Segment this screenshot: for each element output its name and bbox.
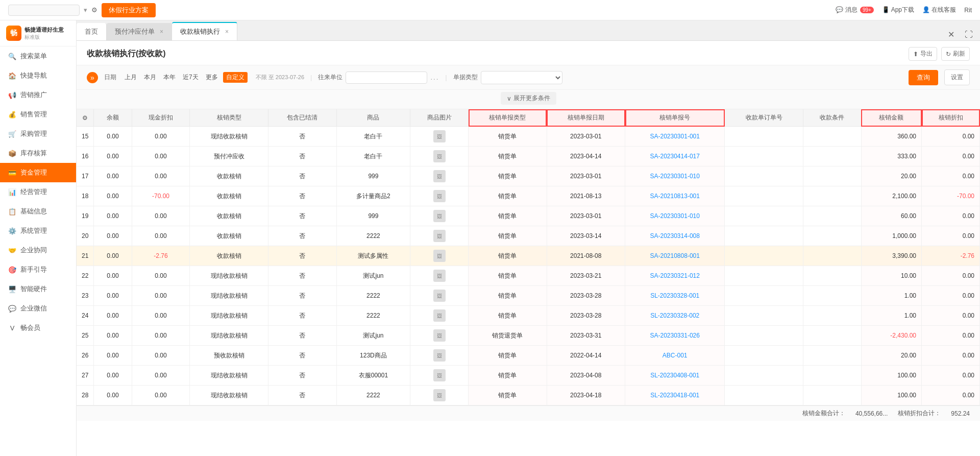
bill-no-link[interactable]: SA-20230314-008 bbox=[650, 232, 699, 239]
cell-bill-no[interactable]: SA-20230301-010 bbox=[625, 206, 725, 226]
brand-input[interactable] bbox=[8, 5, 80, 16]
col-header-cancel-type: 核销类型 bbox=[190, 109, 268, 127]
bill-no-link[interactable]: SA-20230321-012 bbox=[650, 272, 699, 279]
bill-no-link[interactable]: SA-20230301-010 bbox=[650, 212, 699, 220]
counterpart-dots[interactable]: ... bbox=[430, 74, 439, 81]
date-option-this-year[interactable]: 本年 bbox=[161, 72, 178, 83]
app-download-link[interactable]: 📱 App下载 bbox=[882, 6, 914, 14]
cell-product-image: 🖼 bbox=[410, 366, 469, 386]
cell-bill-no[interactable]: SA-20230331-026 bbox=[625, 326, 725, 346]
cell-bill-no[interactable]: SL-20230328-002 bbox=[625, 306, 725, 326]
date-option-last-month[interactable]: 上月 bbox=[122, 72, 139, 83]
col-header-cash-discount: 现金折扣 bbox=[132, 109, 190, 127]
maximize-btn[interactable]: ⛶ bbox=[962, 29, 976, 40]
cell-bill-date: 2023-04-08 bbox=[547, 366, 625, 386]
tab-prepay[interactable]: 预付冲应付单 × bbox=[107, 23, 172, 40]
cell-cancel-amount: 10.00 bbox=[861, 266, 921, 286]
bill-no-link[interactable]: SL-20230328-002 bbox=[650, 312, 699, 319]
col-header-balance: 余额 bbox=[94, 109, 132, 127]
sidebar-item-quick-nav[interactable]: 🏠快捷导航 bbox=[0, 66, 76, 85]
close-tab-btn[interactable]: ✕ bbox=[945, 29, 958, 40]
cell-bill-no[interactable]: SA-20230414-017 bbox=[625, 147, 725, 166]
online-service-link[interactable]: 👤 在线客服 bbox=[922, 6, 956, 14]
cell-cancel-discount: 0.00 bbox=[922, 386, 980, 405]
sidebar-item-inventory[interactable]: 📦库存核算 bbox=[0, 143, 76, 163]
bill-no-link[interactable]: SL-20230408-001 bbox=[650, 372, 699, 379]
bill-no-link[interactable]: SL-20230328-001 bbox=[650, 292, 699, 299]
table-row: 27 0.00 0.00 现结收款核销 否 衣服00001 🖼 销货单 2023… bbox=[77, 366, 980, 386]
sidebar-item-business[interactable]: 📊经营管理 bbox=[0, 182, 76, 202]
gear-icon[interactable]: ⚙ bbox=[91, 6, 97, 14]
industry-btn[interactable]: 休假行业方案 bbox=[102, 3, 156, 17]
order-type-select[interactable] bbox=[481, 71, 562, 84]
bill-no-link[interactable]: SL-20230418-001 bbox=[650, 392, 699, 399]
cell-cancel-discount: 0.00 bbox=[922, 346, 980, 366]
cell-bill-no[interactable]: SA-20230314-008 bbox=[625, 226, 725, 246]
tab-prepay-close[interactable]: × bbox=[160, 28, 163, 35]
sidebar-item-hardware[interactable]: 🖥️智能硬件 bbox=[0, 279, 76, 299]
cell-balance: 0.00 bbox=[94, 127, 132, 147]
cell-bill-no[interactable]: SA-20230321-012 bbox=[625, 266, 725, 286]
total-cancel-amount-label: 核销金额合计： bbox=[802, 409, 845, 418]
cell-receipt-condition bbox=[803, 286, 861, 306]
tab-home[interactable]: 首页 bbox=[77, 23, 107, 40]
cell-include-settled: 否 bbox=[268, 206, 336, 226]
cell-include-settled: 否 bbox=[268, 326, 336, 346]
sidebar-item-member[interactable]: V畅会员 bbox=[0, 318, 76, 338]
cell-bill-no[interactable]: SL-20230418-001 bbox=[625, 386, 725, 405]
col-header-gear[interactable]: ⚙ bbox=[77, 109, 94, 127]
bill-no-link[interactable]: SA-20210808-001 bbox=[650, 252, 699, 259]
date-option-this-month[interactable]: 本月 bbox=[142, 72, 158, 83]
expand-more-btn[interactable]: ∨ 展开更多条件 bbox=[501, 92, 556, 105]
query-btn[interactable]: 查询 bbox=[909, 70, 938, 85]
cell-receipt-order-no bbox=[725, 346, 803, 366]
filter-expand-btn[interactable]: » bbox=[87, 72, 98, 83]
bill-no-link[interactable]: SA-20230301-010 bbox=[650, 173, 699, 180]
sidebar-item-search[interactable]: 🔍搜索菜单 bbox=[0, 46, 76, 66]
user-display: Rit bbox=[964, 7, 972, 14]
cell-bill-no[interactable]: SL-20230328-001 bbox=[625, 286, 725, 306]
sidebar-item-system[interactable]: ⚙️系统管理 bbox=[0, 221, 76, 241]
tab-collection-close[interactable]: × bbox=[225, 28, 229, 35]
cell-bill-date: 2023-03-14 bbox=[547, 226, 625, 246]
message-icon[interactable]: 💬 消息 99+ bbox=[836, 6, 874, 14]
cell-bill-no[interactable]: SA-20230301-001 bbox=[625, 127, 725, 147]
sidebar-item-wechat[interactable]: 💬企业微信 bbox=[0, 299, 76, 318]
tab-collection[interactable]: 收款核销执行 × bbox=[172, 22, 237, 40]
sidebar-item-basic[interactable]: 📋基础信息 bbox=[0, 202, 76, 221]
sidebar-item-enterprise[interactable]: 🤝企业协同 bbox=[0, 241, 76, 260]
sidebar-item-guide[interactable]: 🎯新手引导 bbox=[0, 260, 76, 279]
bill-no-link[interactable]: SA-20230414-017 bbox=[650, 153, 699, 160]
bill-no-link[interactable]: ABC-001 bbox=[663, 352, 688, 359]
bill-no-link[interactable]: SA-20230331-026 bbox=[650, 332, 699, 339]
col-header-include-settled: 包含已结清 bbox=[268, 109, 336, 127]
sidebar-item-sales[interactable]: 💰销售管理 bbox=[0, 105, 76, 124]
date-option-last7days[interactable]: 近7天 bbox=[181, 72, 201, 83]
table-container[interactable]: ⚙ 余额 现金折扣 核销类型 包含已结清 商品 商品图片 核销单报类型 核销单报… bbox=[77, 109, 980, 405]
refresh-btn[interactable]: ↻ 刷新 bbox=[941, 47, 970, 61]
export-btn[interactable]: ⬆ 导出 bbox=[909, 47, 937, 61]
setting-btn[interactable]: 设置 bbox=[944, 69, 970, 85]
logo-icon: 畅 bbox=[6, 26, 21, 41]
cell-bill-no[interactable]: SA-20210813-001 bbox=[625, 186, 725, 206]
counterpart-input[interactable] bbox=[346, 71, 427, 84]
bill-no-link[interactable]: SA-20210813-001 bbox=[650, 193, 699, 200]
sidebar-item-purchase[interactable]: 🛒采购管理 bbox=[0, 124, 76, 143]
bill-no-link[interactable]: SA-20230301-001 bbox=[650, 133, 699, 140]
date-option-more[interactable]: 更多 bbox=[204, 72, 220, 83]
cell-receipt-condition bbox=[803, 266, 861, 286]
cell-bill-date: 2021-08-13 bbox=[547, 186, 625, 206]
cell-no: 21 bbox=[77, 246, 94, 266]
cell-bill-no[interactable]: ABC-001 bbox=[625, 346, 725, 366]
dropdown-arrow[interactable]: ▾ bbox=[84, 6, 87, 14]
cell-bill-no[interactable]: SL-20230408-001 bbox=[625, 366, 725, 386]
date-custom-option[interactable]: 自定义 bbox=[223, 72, 248, 83]
table-row: 16 0.00 0.00 预付冲应收 否 老白干 🖼 销货单 2023-04-1… bbox=[77, 147, 980, 166]
sidebar-item-marketing[interactable]: 📢营销推广 bbox=[0, 85, 76, 105]
cell-product: 测试jun bbox=[336, 266, 410, 286]
cell-bill-no[interactable]: SA-20210808-001 bbox=[625, 246, 725, 266]
cell-cancel-amount: 1.00 bbox=[861, 286, 921, 306]
sidebar-item-finance[interactable]: 💳资金管理 bbox=[0, 163, 76, 182]
cell-bill-no[interactable]: SA-20230301-010 bbox=[625, 166, 725, 186]
chevron-down-icon: ∨ bbox=[507, 95, 511, 102]
